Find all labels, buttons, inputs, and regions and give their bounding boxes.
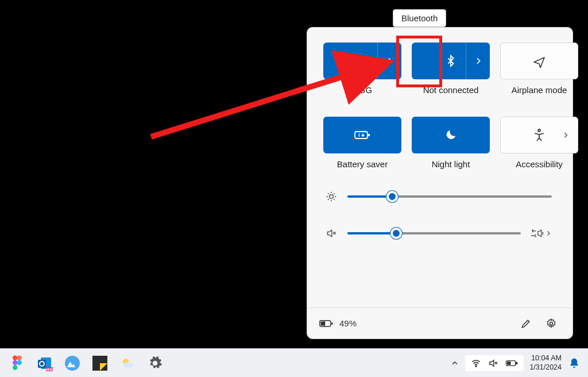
- accessibility-expand-button[interactable]: [562, 131, 570, 139]
- bluetooth-expand-button[interactable]: [466, 43, 490, 79]
- notifications-button[interactable]: [565, 357, 583, 369]
- svg-point-6: [330, 195, 334, 199]
- svg-point-15: [17, 360, 22, 364]
- svg-text:NEW: NEW: [46, 367, 53, 371]
- tray-quick-settings-button[interactable]: [465, 355, 524, 371]
- night-light-label: Night light: [432, 159, 470, 169]
- settings-button[interactable]: [541, 314, 561, 333]
- taskbar-clock[interactable]: 10:04 AM 1/31/2024: [529, 354, 562, 372]
- svg-point-14: [13, 360, 17, 364]
- footer-battery-text[interactable]: 49%: [339, 318, 357, 328]
- brightness-slider[interactable]: [347, 195, 552, 198]
- svg-point-12: [13, 355, 17, 360]
- night-light-tile[interactable]: [412, 117, 490, 153]
- svg-rect-2: [368, 134, 370, 136]
- taskbar-app-outlook[interactable]: NEW: [32, 352, 57, 375]
- edit-quick-settings-button[interactable]: [516, 314, 536, 333]
- volume-slider[interactable]: [347, 232, 521, 234]
- svg-point-26: [475, 366, 477, 367]
- brightness-slider-row: [326, 191, 552, 202]
- bluetooth-tooltip: Bluetooth: [393, 9, 446, 27]
- wifi-label: RGG: [353, 85, 372, 95]
- quick-settings-tiles: RGG Not connected Airplane mode: [307, 28, 572, 175]
- taskbar-app-nordvpn[interactable]: [60, 352, 85, 375]
- quick-settings-panel: RGG Not connected Airplane mode: [307, 27, 573, 339]
- volume-muted-icon: [326, 228, 337, 239]
- battery-saver-tile[interactable]: [323, 117, 401, 153]
- bluetooth-label: Not connected: [423, 85, 479, 95]
- tray-volume-muted-icon: [488, 358, 498, 368]
- night-light-icon: [412, 129, 490, 141]
- accessibility-icon: [532, 128, 546, 142]
- tray-overflow-button[interactable]: [446, 352, 464, 375]
- taskbar-time: 10:04 AM: [529, 354, 562, 363]
- battery-saver-label: Battery saver: [337, 159, 388, 169]
- footer-battery-icon: [319, 318, 334, 329]
- svg-rect-9: [320, 321, 325, 325]
- battery-saver-icon: [323, 129, 401, 141]
- svg-point-0: [362, 64, 363, 66]
- bluetooth-tile[interactable]: [412, 43, 490, 79]
- svg-point-25: [123, 362, 134, 368]
- taskbar-app-weather[interactable]: [115, 352, 140, 375]
- airplane-icon: [501, 54, 578, 68]
- audio-output-select[interactable]: [531, 228, 552, 238]
- svg-point-10: [550, 322, 553, 325]
- svg-point-5: [538, 129, 540, 132]
- svg-rect-29: [507, 361, 511, 365]
- tray-battery-icon: [505, 359, 518, 368]
- svg-point-13: [17, 355, 22, 360]
- svg-point-4: [446, 134, 447, 135]
- svg-point-22: [65, 356, 80, 371]
- volume-slider-row: [326, 228, 552, 239]
- wifi-tile[interactable]: [323, 43, 401, 79]
- quick-settings-footer: 49%: [307, 307, 572, 338]
- svg-rect-8: [331, 322, 333, 324]
- wifi-expand-button[interactable]: [377, 43, 401, 79]
- brightness-icon: [326, 191, 337, 202]
- accessibility-label: Accessibility: [516, 159, 563, 169]
- taskbar: NEW 10:04 A: [0, 348, 588, 377]
- airplane-mode-label: Airplane mode: [512, 85, 567, 95]
- taskbar-app-sticky-notes[interactable]: [87, 352, 113, 375]
- taskbar-app-settings[interactable]: [142, 352, 168, 375]
- svg-point-16: [13, 365, 17, 370]
- accessibility-tile[interactable]: [500, 117, 578, 153]
- airplane-mode-tile[interactable]: [500, 43, 578, 79]
- svg-rect-28: [516, 362, 517, 364]
- taskbar-app-figma[interactable]: [5, 352, 30, 375]
- taskbar-date: 1/31/2024: [529, 363, 562, 372]
- svg-point-3: [447, 132, 448, 133]
- tray-wifi-icon: [471, 358, 481, 368]
